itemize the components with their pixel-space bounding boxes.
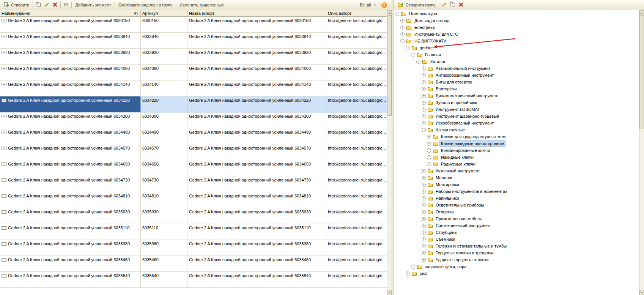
expander-icon[interactable]: +: [427, 142, 431, 146]
expander-icon[interactable]: +: [422, 224, 426, 228]
table-row[interactable]: Gedore 2 A Ключ накидной односторонний у…: [0, 49, 387, 65]
expander-icon[interactable]: +: [422, 66, 426, 71]
tree-item[interactable]: + Ударные торцевые головки: [394, 256, 639, 263]
expander-icon[interactable]: [411, 265, 415, 269]
column-header-import-desc[interactable]: Опис імпорт: [326, 10, 387, 16]
table-row[interactable]: Gedore 2 A Ключ накидной односторонний у…: [0, 240, 387, 256]
expander-icon[interactable]: +: [422, 107, 426, 112]
edit-button[interactable]: [43, 1, 51, 9]
expander-icon[interactable]: −: [406, 46, 410, 50]
create-group-button[interactable]: Створити групу: [395, 1, 438, 9]
tree-item[interactable]: + Напильники: [394, 195, 639, 202]
table-row[interactable]: Gedore 2 A Ключ накидной односторонний у…: [0, 65, 387, 80]
tree-item[interactable]: + Инструмент шарнирно-губцевый: [394, 113, 639, 120]
tree-item[interactable]: + Сантехнический инструмент: [394, 222, 639, 229]
expander-icon[interactable]: +: [422, 203, 426, 207]
tree-item[interactable]: + Монтировки: [394, 181, 639, 188]
expander-icon[interactable]: +: [400, 32, 405, 36]
expander-icon[interactable]: −: [400, 39, 405, 43]
tree-item[interactable]: + Автомобильный инструмент: [394, 65, 639, 72]
table-row[interactable]: Gedore 2 A Ключ накидной односторонний у…: [0, 112, 387, 128]
tree-item[interactable]: + Накидные ключи: [394, 154, 639, 161]
expander-icon[interactable]: +: [422, 80, 426, 84]
expander-icon[interactable]: −: [411, 53, 415, 57]
expander-icon[interactable]: +: [422, 210, 426, 214]
expander-icon[interactable]: +: [422, 101, 426, 105]
table-row[interactable]: Gedore 2 A Ключ накидной односторонний у…: [0, 192, 387, 208]
expander-icon[interactable]: −: [422, 128, 426, 132]
expander-icon[interactable]: +: [422, 114, 426, 118]
tree-item[interactable]: + Молотки: [394, 174, 639, 181]
table-row[interactable]: Gedore 2 A Ключ накидной односторонний у…: [0, 96, 387, 112]
tree-item[interactable]: + Зубила и пробойники: [394, 99, 639, 106]
table-row[interactable]: Gedore 2 A Ключ накидной односторонний у…: [0, 33, 387, 49]
tree-item[interactable]: + Струбцины: [394, 229, 639, 236]
create-button[interactable]: Створити: [2, 1, 31, 9]
copy-button[interactable]: [34, 1, 43, 9]
table-row[interactable]: Gedore 2 A Ключ накидной односторонний у…: [0, 272, 387, 288]
table-row[interactable]: Gedore 2 A Ключ накидной односторонний у…: [0, 128, 387, 144]
tree-item[interactable]: + Инструмент LOSOMAT: [394, 106, 639, 113]
scroll-up-icon[interactable]: ▲: [387, 10, 392, 15]
expander-icon[interactable]: −: [395, 12, 399, 16]
tree-item[interactable]: + Електрика: [394, 24, 639, 31]
expander-icon[interactable]: +: [422, 244, 426, 248]
expander-icon[interactable]: +: [422, 176, 426, 180]
scrollbar-thumb[interactable]: [639, 15, 644, 129]
table-row[interactable]: Gedore 2 A Ключ накидной односторонний у…: [0, 176, 387, 192]
column-header-name[interactable]: Найменування: [0, 10, 141, 16]
delete-button[interactable]: [51, 1, 59, 9]
add-element-button[interactable]: Добавить элемент: [73, 1, 113, 9]
barcode-button[interactable]: [62, 1, 70, 9]
all-actions-button[interactable]: Всі дії ▾: [357, 1, 378, 9]
expander-icon[interactable]: +: [400, 19, 405, 23]
tree-item[interactable]: + Динамометрический инструмент: [394, 92, 639, 99]
tree-scrollbar[interactable]: ▲ ▼: [639, 10, 644, 295]
tree-item[interactable]: + Биты для отверток: [394, 79, 639, 85]
tree-item[interactable]: − gedore: [394, 44, 639, 51]
tree-item[interactable]: + Ключи накидные односторонние: [394, 140, 639, 147]
tree-item[interactable]: + Искробезопасный инструмент: [394, 120, 639, 126]
edit-selected-button[interactable]: Изменить выделенные: [177, 1, 226, 9]
expander-icon[interactable]: +: [427, 135, 431, 139]
tree-item[interactable]: − Номенклатура: [394, 10, 639, 17]
expander-icon[interactable]: +: [422, 87, 426, 91]
tree-item[interactable]: + Промышленная мебель: [394, 215, 639, 222]
expander-icon[interactable]: +: [422, 189, 426, 194]
copy-group-button[interactable]: [449, 1, 457, 9]
column-header-article[interactable]: Артикул: [141, 10, 187, 16]
table-row[interactable]: Gedore 2 A Ключ накидной односторонний у…: [0, 256, 387, 272]
scroll-down-icon[interactable]: ▼: [639, 290, 644, 295]
table-row[interactable]: Gedore 2 A Ключ накидной односторонний у…: [0, 144, 387, 160]
tree-item[interactable]: + Тележки инструментальные и тумбы: [394, 243, 639, 249]
expander-icon[interactable]: +: [422, 169, 426, 173]
tree-item[interactable]: + Торцевые головки и трещотки: [394, 249, 639, 256]
table-row[interactable]: Gedore 2 A Ключ накидной односторонний у…: [0, 160, 387, 176]
expander-icon[interactable]: +: [427, 162, 431, 166]
help-icon[interactable]: ?: [381, 2, 387, 8]
copy-selected-to-group-button[interactable]: Скопіювати виділені в групу: [116, 1, 175, 9]
delete-group-button[interactable]: [457, 1, 465, 9]
tree-item[interactable]: − Главная: [394, 51, 639, 58]
tree-item[interactable]: + Осветительные приборы: [394, 202, 639, 208]
expander-icon[interactable]: +: [422, 73, 426, 77]
expander-icon[interactable]: +: [422, 121, 426, 125]
tree-item[interactable]: + Кузнечный инструмент: [394, 167, 639, 174]
tree-item[interactable]: + Ключи для труднодоступных мест: [394, 133, 639, 140]
tree-item[interactable]: − Ключи гаечные: [394, 126, 639, 133]
expander-icon[interactable]: +: [422, 251, 426, 255]
expander-icon[interactable]: +: [427, 155, 431, 159]
edit-group-button[interactable]: [440, 1, 449, 9]
tree-item[interactable]: + Съемники: [394, 236, 639, 243]
tree-item[interactable]: − НЕ ВИГРУЖАТИ: [394, 38, 639, 44]
table-row[interactable]: Gedore 2 A Ключ накидной односторонний у…: [0, 80, 387, 96]
tree-item[interactable]: запасные губки, пара: [394, 263, 639, 270]
expander-icon[interactable]: +: [406, 271, 410, 276]
scroll-down-icon[interactable]: ▼: [387, 290, 392, 295]
expander-icon[interactable]: −: [416, 60, 420, 64]
tree-item[interactable]: − Каталог: [394, 58, 639, 65]
expander-icon[interactable]: +: [422, 196, 426, 200]
tree-item[interactable]: + Радиусные ключи: [394, 161, 639, 167]
table-scrollbar[interactable]: ▲ ▼: [387, 10, 392, 295]
table-row[interactable]: Gedore 2 A Ключ накидной односторонний у…: [0, 17, 387, 33]
